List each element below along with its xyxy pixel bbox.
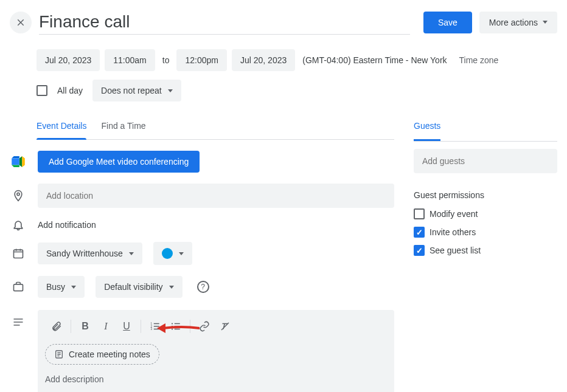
italic-icon: I xyxy=(104,321,107,332)
detail-tabs: Event Details Find a Time xyxy=(37,119,394,140)
see-guest-list-label: See guest list xyxy=(430,246,481,255)
more-actions-label: More actions xyxy=(489,18,538,27)
repeat-value: Does not repeat xyxy=(101,86,162,95)
attach-button[interactable] xyxy=(47,317,66,335)
link-icon xyxy=(199,321,210,332)
add-notification-link[interactable]: Add notification xyxy=(38,220,96,230)
modify-event-label: Modify event xyxy=(430,209,478,219)
italic-button[interactable]: I xyxy=(97,317,115,335)
end-time-chip[interactable]: 12:00pm xyxy=(176,49,226,71)
svg-rect-2 xyxy=(14,284,23,291)
start-date-chip[interactable]: Jul 20, 2023 xyxy=(37,49,100,71)
event-title-input[interactable] xyxy=(39,10,410,35)
location-icon xyxy=(10,190,27,202)
close-button[interactable] xyxy=(10,12,32,33)
underline-button[interactable]: U xyxy=(117,317,136,335)
caret-down-icon xyxy=(129,252,134,255)
more-actions-button[interactable]: More actions xyxy=(479,12,557,33)
see-guest-list-checkbox[interactable] xyxy=(414,245,425,256)
add-meet-button[interactable]: Add Google Meet video conferencing xyxy=(38,151,200,173)
caret-down-icon xyxy=(169,286,174,289)
caret-down-icon xyxy=(168,89,173,92)
caret-down-icon xyxy=(543,21,548,24)
organizer-name: Sandy Writtenhouse xyxy=(46,249,123,258)
description-box: B I U 123 Create meeting notes Ad xyxy=(38,310,394,392)
description-icon xyxy=(10,316,27,328)
tab-event-details[interactable]: Event Details xyxy=(37,119,86,139)
underline-icon: U xyxy=(123,321,130,332)
clear-format-icon xyxy=(220,321,231,332)
tab-find-a-time[interactable]: Find a Time xyxy=(101,119,145,139)
availability-value: Busy xyxy=(46,282,65,292)
end-date-chip[interactable]: Jul 20, 2023 xyxy=(232,49,295,71)
timezone-link[interactable]: Time zone xyxy=(459,55,499,65)
invite-others-label: Invite others xyxy=(430,227,476,237)
all-day-checkbox[interactable] xyxy=(37,85,47,96)
bold-button[interactable]: B xyxy=(76,317,94,335)
create-meeting-notes-chip[interactable]: Create meeting notes xyxy=(45,344,159,365)
svg-rect-1 xyxy=(14,250,23,258)
visibility-dropdown[interactable]: Default visibility xyxy=(96,276,182,298)
visibility-value: Default visibility xyxy=(104,282,162,292)
color-swatch xyxy=(162,248,173,259)
timezone-label: (GMT-04:00) Eastern Time - New York xyxy=(300,55,449,65)
close-icon xyxy=(15,17,26,28)
modify-event-checkbox[interactable] xyxy=(414,208,425,219)
notes-chip-label: Create meeting notes xyxy=(69,349,150,359)
caret-down-icon xyxy=(71,286,76,289)
guest-permissions-title: Guest permissions xyxy=(414,190,557,200)
description-placeholder[interactable]: Add description xyxy=(45,372,387,392)
meet-icon xyxy=(10,156,27,167)
invite-others-checkbox[interactable] xyxy=(414,227,425,238)
bell-icon xyxy=(10,219,27,231)
tab-guests[interactable]: Guests xyxy=(414,119,440,141)
availability-dropdown[interactable]: Busy xyxy=(38,276,85,298)
organizer-dropdown[interactable]: Sandy Writtenhouse xyxy=(38,242,142,264)
add-guests-input[interactable] xyxy=(414,149,557,173)
help-icon[interactable]: ? xyxy=(197,281,209,293)
calendar-icon xyxy=(10,247,27,260)
format-toolbar: B I U 123 xyxy=(45,317,387,342)
svg-text:3: 3 xyxy=(151,328,153,331)
caret-down-icon xyxy=(179,252,184,255)
color-dropdown[interactable] xyxy=(153,242,192,265)
save-button[interactable]: Save xyxy=(423,12,472,33)
paperclip-icon xyxy=(51,321,62,332)
start-time-chip[interactable]: 11:00am xyxy=(105,49,155,71)
repeat-dropdown[interactable]: Does not repeat xyxy=(92,80,181,101)
notes-icon xyxy=(54,349,64,359)
all-day-label: All day xyxy=(57,86,83,95)
annotation-arrow xyxy=(157,321,200,335)
bold-icon: B xyxy=(82,321,89,332)
clear-format-button[interactable] xyxy=(216,317,234,335)
svg-point-0 xyxy=(17,193,19,195)
location-input[interactable] xyxy=(38,184,394,208)
briefcase-icon xyxy=(10,281,27,293)
to-label: to xyxy=(160,55,172,65)
